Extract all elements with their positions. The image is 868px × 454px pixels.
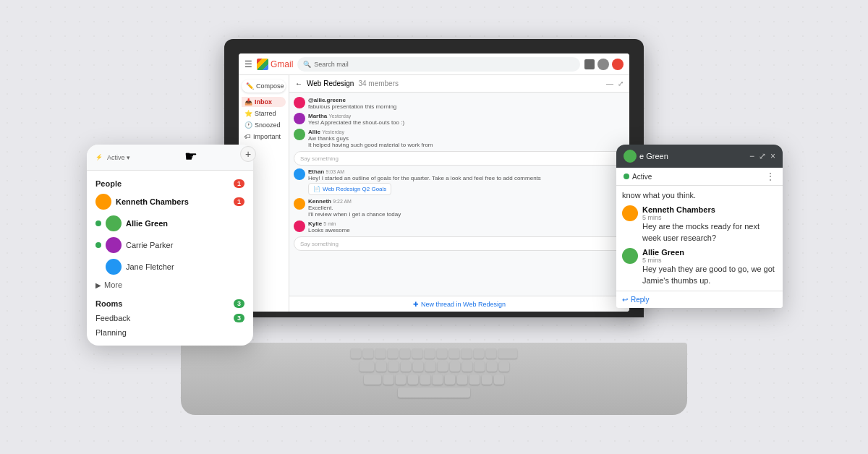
close-icon[interactable]: ×: [770, 151, 775, 161]
room-name: Feedback: [95, 314, 130, 322]
spacebar: [398, 387, 470, 398]
avatar: [294, 113, 305, 124]
active-status: Active ⋮: [616, 168, 783, 186]
person-row-carrie[interactable]: Carrie Parker: [87, 234, 253, 256]
thread-messages: @allie.greene fabulous presentation this…: [289, 93, 629, 296]
chat-avatar: [622, 248, 638, 264]
msg-content: Martha Yesterday Yes! Appreciated the sh…: [308, 113, 625, 126]
add-people-button[interactable]: +: [240, 146, 256, 162]
sidebar-item-starred[interactable]: ⭐ Starred: [242, 108, 286, 119]
msg-text: Hey! I started an outline of goals for t…: [308, 175, 625, 181]
chat-msg-content: Kenneth Chambers 5 mins Hey are the mock…: [642, 205, 777, 244]
person-avatar: [106, 237, 122, 253]
key: [363, 348, 373, 359]
snoozed-label: Snoozed: [255, 121, 281, 129]
minimize-icon[interactable]: −: [749, 151, 754, 161]
person-badge: 1: [234, 197, 244, 206]
header-dots: ⚡: [95, 154, 103, 160]
sidebar-item-inbox[interactable]: 📥 Inbox: [242, 97, 286, 107]
online-indicator: [95, 220, 101, 226]
person-name: Allie Green: [126, 219, 168, 228]
settings-icon[interactable]: [597, 59, 609, 70]
keyboard-row-2: [359, 361, 509, 372]
room-badge: 3: [234, 314, 244, 322]
msg-sender: Kenneth: [308, 198, 331, 205]
sidebar-item-snoozed[interactable]: 🕐 Snoozed: [242, 120, 286, 130]
attachment-label: Web Redesign Q2 Goals: [323, 186, 386, 192]
key: [425, 361, 435, 372]
gmail-body: ✏️ Compose 📥 Inbox ⭐ Starred 🕐: [239, 75, 629, 312]
chat-reply-button[interactable]: ↩ Reply: [616, 291, 783, 308]
expand-icon[interactable]: ⤢: [759, 151, 766, 161]
minimize-icon[interactable]: —: [606, 80, 613, 87]
people-popup: ⚡ Active ▾ People 1 Kenneth Chambers 1 A…: [87, 145, 253, 346]
online-indicator: [95, 242, 101, 248]
msg-time: 9:03 AM: [326, 169, 344, 174]
room-row-planning[interactable]: Planning: [87, 325, 253, 340]
more-row[interactable]: ▶ More: [87, 278, 253, 292]
rooms-section: Rooms 3 Feedback 3 Planning: [87, 296, 253, 340]
key: [486, 348, 496, 359]
topbar-icons: [584, 59, 624, 70]
hamburger-icon[interactable]: ☰: [244, 59, 252, 69]
say-something-placeholder: Say something: [300, 155, 339, 162]
person-avatar: [106, 215, 122, 231]
chat-message-kenneth: Kenneth Chambers 5 mins Hey are the mock…: [622, 205, 777, 244]
popup-header: ⚡ Active ▾: [87, 145, 253, 171]
back-icon[interactable]: ←: [295, 80, 302, 87]
fullscreen-icon[interactable]: ⤢: [618, 80, 624, 87]
key: [487, 361, 497, 372]
message-item: Kylie 5 min Looks awesome: [294, 220, 625, 234]
key: [475, 361, 485, 372]
gmail-main: ← Web Redesign 34 members — ⤢ @all: [289, 75, 629, 312]
key: [383, 374, 393, 385]
avatar: [294, 220, 305, 232]
gmail-logo: Gmail: [257, 59, 293, 70]
msg-sender: Martha: [308, 113, 327, 119]
key: [499, 361, 509, 372]
msg-text: Excellent.I'll review when I get a chanc…: [308, 205, 625, 218]
chat-popup: e Green − ⤢ × Active ⋮ know what you thi…: [616, 145, 783, 308]
avatar-icon[interactable]: [612, 59, 624, 70]
person-row-kenneth[interactable]: Kenneth Chambers 1: [87, 191, 253, 213]
chat-contact-avatar: [624, 150, 637, 163]
key: [351, 348, 361, 359]
search-icon: 🔍: [303, 61, 311, 68]
key: [413, 361, 423, 372]
label-icon: 🏷: [244, 133, 251, 140]
chat-msg-text: Hey are the mocks ready for next week us…: [642, 221, 777, 244]
say-something-bottom[interactable]: Say something: [294, 236, 625, 251]
key: [433, 374, 443, 385]
message-item: Kenneth 9:22 AM Excellent.I'll review wh…: [294, 198, 625, 218]
more-options-icon[interactable]: ⋮: [765, 171, 775, 182]
msg-text: Aw thanks guysIt helped having such good…: [308, 135, 625, 148]
inbox-icon: 📥: [244, 98, 252, 106]
message-item: @allie.greene fabulous presentation this…: [294, 97, 625, 110]
msg-time: Yesterday: [322, 129, 344, 134]
room-row-feedback[interactable]: Feedback 3: [87, 311, 253, 325]
key: [396, 374, 406, 385]
gmail-topbar: ☰ Gmail 🔍 Search mail: [239, 53, 629, 75]
msg-content: Kenneth 9:22 AM Excellent.I'll review wh…: [308, 198, 625, 218]
compose-button[interactable]: ✏️ Compose: [242, 80, 286, 93]
reply-label: Reply: [631, 296, 650, 304]
star-icon: ⭐: [244, 110, 252, 117]
new-thread-bar[interactable]: ✚ New thread in Web Redesign: [289, 296, 629, 312]
avatar: [294, 198, 305, 210]
say-something-bar[interactable]: Say something: [294, 151, 625, 166]
apps-icon[interactable]: [584, 59, 595, 69]
msg-content: Allie Yesterday Aw thanks guysIt helped …: [308, 129, 625, 148]
msg-time: 5 min: [323, 221, 336, 226]
attachment-card[interactable]: 📄 Web Redesign Q2 Goals: [308, 183, 391, 195]
keyboard-row-4: [398, 387, 470, 398]
search-bar[interactable]: 🔍 Search mail: [297, 57, 580, 72]
msg-content: @allie.greene fabulous presentation this…: [308, 97, 625, 110]
popup-body: People 1 Kenneth Chambers 1 Allie Green …: [87, 171, 253, 346]
person-row-jane[interactable]: Jane Fletcher: [87, 256, 253, 278]
person-row-allie[interactable]: Allie Green: [87, 213, 253, 234]
sidebar-item-important[interactable]: 🏷 Important: [242, 132, 286, 142]
key: [498, 348, 517, 359]
key: [400, 348, 410, 359]
chat-sender-name: Kenneth Chambers: [642, 205, 777, 214]
laptop: ☰ Gmail 🔍 Search mail: [181, 39, 687, 415]
